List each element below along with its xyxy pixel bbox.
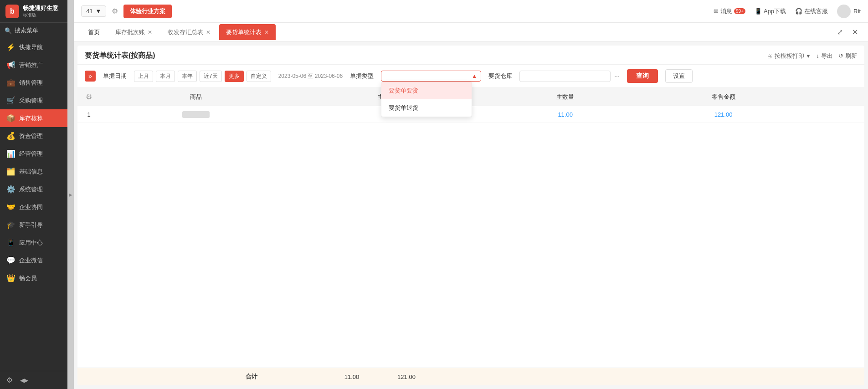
type-selector[interactable]: ▲ [381,71,481,82]
date-btn-year[interactable]: 本年 [178,71,197,82]
main-content: 41 ▼ ⚙ 体验行业方案 ✉ 消息 99+ 📱 App下载 🎧 在线客服 [74,0,868,389]
tab-order-stat-close[interactable]: ✕ [264,30,269,35]
page-title: 要货单统计表(按商品) [85,51,155,61]
cell-product [100,106,291,123]
refresh-action[interactable]: ↺ 刷新 [838,52,857,60]
date-btn-up[interactable]: 上月 [134,71,153,82]
footer-sales-amount: 121.00 [379,374,434,380]
dropdown-item-return-label: 要货单退货 [389,104,418,111]
filter-bar: » 单据日期 上月 本月 本年 近7天 更多 自定义 2023-05-06 至 … [77,65,864,88]
nav-label-apps: 应用中心 [19,239,43,247]
tab-batch-close[interactable]: ✕ [148,30,152,35]
nav-icon-marketing: 📢 [6,61,15,69]
store-selector[interactable]: 41 ▼ [81,5,106,17]
sidebar-item-system[interactable]: ⚙️系统管理 [0,180,67,198]
page-header-actions: 🖨 按模板打印 ▼ ↓ 导出 ↺ 刷新 [767,52,857,60]
sidebar-item-inventory[interactable]: 📦库存核算 [0,109,67,127]
logo-icon: b [5,5,19,18]
tab-receivable-close[interactable]: ✕ [206,30,211,35]
warehouse-input[interactable] [519,71,611,82]
column-settings-icon[interactable]: ⚙ [86,93,92,101]
nav-icon-sales: 💼 [6,78,15,87]
store-number: 41 [86,8,92,15]
cell-empty [810,106,864,123]
settings-icon[interactable]: ⚙ [6,376,13,384]
quantity-link[interactable]: 11.00 [558,111,573,118]
query-button[interactable]: 查询 [627,69,658,83]
gear-icon[interactable]: ⚙ [112,7,118,15]
trial-button[interactable]: 体验行业方案 [123,5,172,18]
message-action[interactable]: ✉ 消息 99+ [714,7,745,15]
nav-label-operation: 经营管理 [19,150,43,158]
nav-label-sales: 销售管理 [19,79,43,87]
nav-label-system: 系统管理 [19,185,43,194]
export-action[interactable]: ↓ 导出 [817,52,833,60]
date-btn-more[interactable]: 更多 [225,71,244,82]
sidebar-item-guide[interactable]: 🎓新手引导 [0,216,67,234]
set-button[interactable]: 设置 [665,69,693,83]
filter-row: » 单据日期 上月 本月 本年 近7天 更多 自定义 2023-05-06 至 … [85,69,857,83]
type-selector-wrapper: ▲ 要货单要货 要货单退货 [381,71,481,82]
dropdown-item-order[interactable]: 要货单要货 [381,82,472,99]
tab-order-stat-label: 要货单统计表 [226,28,262,36]
sidebar-toggle[interactable]: ▶ [67,0,74,389]
page-header: 要货单统计表(按商品) 🖨 按模板打印 ▼ ↓ 导出 ↺ 刷新 [77,46,864,65]
sidebar-item-marketing[interactable]: 📢营销推广 [0,56,67,74]
col-settings: ⚙ [77,88,100,106]
sidebar-item-enterprise[interactable]: 🤝企业协同 [0,198,67,216]
sidebar-footer: ⚙ ◀▶ [0,371,67,389]
collapse-icon[interactable]: ◀▶ [20,377,28,384]
sidebar-item-sales[interactable]: 💼销售管理 [0,74,67,92]
online-service-label: 在线客服 [804,7,828,15]
user-area[interactable]: Rit [837,5,861,18]
tab-receivable[interactable]: 收发存汇总表 ✕ [161,24,217,40]
sidebar-item-basic[interactable]: 🗂️基础信息 [0,163,67,180]
nav-label-wechat: 企业微信 [19,256,43,265]
print-template-action[interactable]: 🖨 按模板打印 ▼ [767,52,811,60]
date-btn-custom[interactable]: 自定义 [247,71,271,82]
nav-icon-purchase: 🛒 [6,96,15,105]
search-label: 搜索菜单 [15,26,38,35]
sidebar-item-apps[interactable]: 📱应用中心 [0,234,67,251]
tab-home[interactable]: 首页 [81,24,107,40]
sidebar-search[interactable]: 🔍 搜索菜单 [0,23,67,38]
footer-quantity: 11.00 [324,374,379,380]
nav-label-basic: 基础信息 [19,168,43,176]
nav-icon-finance: 💰 [6,132,15,140]
tabs-bar: 首页 库存批次账 ✕ 收发存汇总表 ✕ 要货单统计表 ✕ ⤢ ✕ [74,23,868,42]
tab-home-label: 首页 [88,28,100,36]
cell-quantity: 11.00 [493,106,637,123]
tab-order-stat[interactable]: 要货单统计表 ✕ [219,24,276,40]
online-service-action[interactable]: 🎧 在线客服 [795,7,828,15]
expand-filter-btn[interactable]: » [85,71,96,82]
date-btn-7days[interactable]: 近7天 [200,71,222,82]
sidebar-item-operation[interactable]: 📊经营管理 [0,145,67,163]
tab-close-all-btn[interactable]: ✕ [849,27,861,37]
sidebar-nav: ⚡快捷导航📢营销推广💼销售管理🛒采购管理📦库存核算💰资金管理📊经营管理🗂️基础信… [0,38,67,371]
warehouse-more-icon[interactable]: ··· [614,72,620,80]
sidebar-item-finance[interactable]: 💰资金管理 [0,127,67,145]
message-icon: ✉ [714,8,719,15]
col-empty-header [810,88,864,106]
nav-label-shortcut: 快捷导航 [19,43,43,51]
sidebar-item-wechat[interactable]: 💬企业微信 [0,251,67,269]
sidebar-item-member[interactable]: 👑畅会员 [0,269,67,287]
nav-icon-system: ⚙️ [6,185,15,194]
sidebar-item-shortcut[interactable]: ⚡快捷导航 [0,38,67,56]
date-btn-current[interactable]: 本月 [156,71,175,82]
top-header: 41 ▼ ⚙ 体验行业方案 ✉ 消息 99+ 📱 App下载 🎧 在线客服 [74,0,868,23]
export-label: 导出 [821,52,833,60]
dropdown-item-return[interactable]: 要货单退货 [381,99,472,117]
sidebar-item-purchase[interactable]: 🛒采购管理 [0,92,67,109]
col-quantity-header: 主数量 [493,88,637,106]
tab-batch[interactable]: 库存批次账 ✕ [108,24,159,40]
chevron-down-icon: ▼ [95,8,101,15]
col-product-header: 商品 [100,88,291,106]
refresh-label: 刷新 [845,52,857,60]
nav-label-enterprise: 企业协同 [19,203,43,211]
product-name-blurred [182,111,210,118]
tab-expand-btn[interactable]: ⤢ [834,27,846,37]
sales-amount-link[interactable]: 121.00 [714,111,733,118]
app-download-action[interactable]: 📱 App下载 [755,7,786,15]
nav-icon-shortcut: ⚡ [6,43,15,51]
